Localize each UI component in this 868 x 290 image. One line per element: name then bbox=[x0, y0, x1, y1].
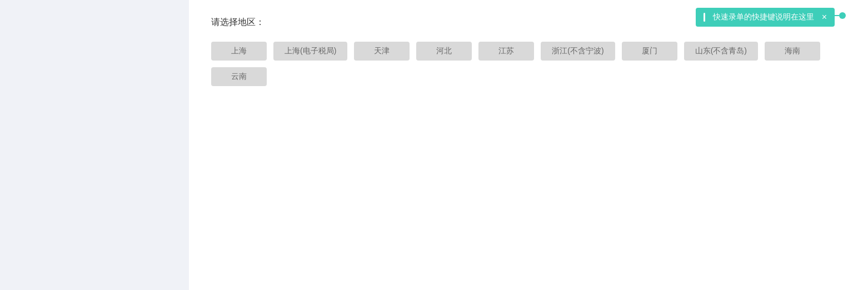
region-button-5[interactable]: 浙江(不含宁波) bbox=[541, 42, 615, 61]
region-button-6[interactable]: 厦门 bbox=[622, 42, 677, 61]
region-button-1[interactable]: 上海(电子税局) bbox=[273, 42, 347, 61]
region-buttons-container: 上海上海(电子税局)天津河北江苏浙江(不含宁波)厦门山东(不含青岛)海南云南 bbox=[211, 42, 846, 86]
region-button-2[interactable]: 天津 bbox=[354, 42, 410, 61]
tooltip-banner: 快速录单的快捷键说明在这里 × bbox=[696, 8, 835, 27]
tooltip-connector-dot bbox=[839, 12, 846, 19]
region-button-0[interactable]: 上海 bbox=[211, 42, 267, 61]
region-button-8[interactable]: 海南 bbox=[765, 42, 820, 61]
tooltip-close-button[interactable]: × bbox=[822, 12, 827, 22]
region-button-4[interactable]: 江苏 bbox=[478, 42, 534, 61]
region-button-9[interactable]: 云南 bbox=[211, 67, 267, 86]
main-content: 请选择地区： 上海上海(电子税局)天津河北江苏浙江(不含宁波)厦门山东(不含青岛… bbox=[189, 0, 868, 290]
region-button-3[interactable]: 河北 bbox=[416, 42, 472, 61]
left-sidebar bbox=[0, 0, 189, 290]
tooltip-connector-line bbox=[829, 15, 839, 16]
tooltip-bar bbox=[704, 13, 705, 22]
tooltip-text: 快速录单的快捷键说明在这里 bbox=[713, 12, 814, 22]
region-button-7[interactable]: 山东(不含青岛) bbox=[684, 42, 758, 61]
